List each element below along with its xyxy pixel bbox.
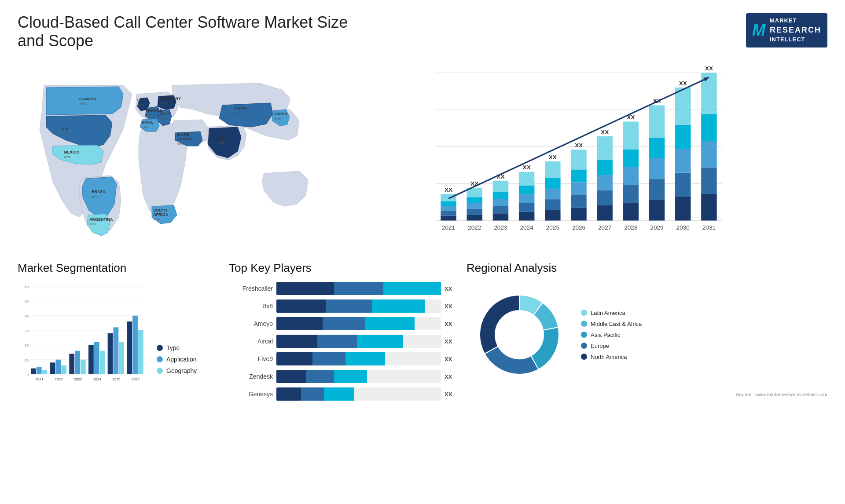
svg-text:xx%: xx% [160, 117, 166, 121]
svg-rect-121 [61, 365, 66, 374]
player-bar-seg3 [324, 387, 353, 401]
player-row: AmeyoXX [229, 317, 458, 330]
svg-text:30: 30 [25, 329, 29, 333]
regional-legend-item: Asia Pacific [581, 332, 642, 338]
legend-dot [157, 356, 163, 362]
svg-rect-23 [441, 211, 456, 216]
svg-rect-96 [701, 73, 717, 114]
segmentation-chart-svg: 0102030405060202120222023202420252026 [18, 282, 150, 387]
svg-rect-46 [519, 186, 535, 194]
player-bar-track [276, 352, 441, 365]
svg-text:2027: 2027 [598, 224, 611, 231]
brazil-label: BRAZIL [92, 190, 106, 194]
svg-text:50: 50 [25, 299, 29, 303]
player-xx-label: XX [445, 303, 458, 310]
svg-rect-22 [441, 216, 456, 221]
svg-rect-131 [108, 333, 113, 374]
svg-rect-85 [675, 197, 691, 220]
regional-title: Regional Analysis [467, 261, 827, 275]
svg-text:20: 20 [25, 343, 29, 347]
svg-text:10: 10 [25, 358, 29, 362]
logo-area: M MARKET RESEARCH INTELLECT [746, 13, 827, 47]
svg-rect-72 [623, 185, 639, 203]
segmentation-area: Market Segmentation 01020304050602021202… [18, 261, 220, 401]
svg-rect-80 [649, 158, 665, 179]
svg-rect-78 [649, 200, 665, 220]
segmentation-legend: TypeApplicationGeography [157, 344, 197, 387]
svg-text:2023: 2023 [494, 224, 507, 231]
player-bar-seg2 [317, 335, 357, 348]
svg-rect-125 [81, 360, 86, 374]
svg-rect-32 [467, 197, 483, 203]
player-bar-seg1 [276, 370, 306, 383]
svg-text:2030: 2030 [676, 224, 690, 231]
svg-text:40: 40 [25, 314, 29, 318]
svg-rect-26 [441, 194, 456, 201]
key-players-title: Top Key Players [229, 261, 458, 275]
player-bar-seg2 [312, 352, 345, 365]
argentina-label: ARGENTINA [89, 217, 113, 222]
player-xx-label: XX [445, 321, 458, 327]
world-map-svg: CANADA xx% U.S. xx% MEXICO xx% BRAZIL xx… [18, 59, 317, 244]
legend-item-application: Application [157, 356, 197, 363]
svg-rect-120 [55, 360, 61, 374]
segmentation-chart-wrap: 0102030405060202120222023202420252026 Ty… [18, 282, 220, 387]
svg-rect-65 [597, 190, 613, 205]
china-label: CHINA [235, 106, 247, 110]
regional-wrap: Latin AmericaMiddle East & AfricaAsia Pa… [467, 282, 827, 387]
player-row: ZendeskXX [229, 370, 458, 383]
svg-rect-132 [113, 327, 118, 374]
svg-rect-54 [545, 161, 561, 178]
svg-text:2025: 2025 [546, 224, 560, 231]
player-bar-seg3 [372, 299, 425, 313]
svg-rect-52 [545, 189, 561, 199]
svg-rect-58 [571, 195, 587, 208]
logo-m-icon: M [752, 19, 765, 41]
italy-label: ITALY [160, 112, 171, 116]
regional-legend-item: Europe [581, 343, 642, 349]
svg-rect-82 [649, 105, 665, 137]
logo-text: MARKET RESEARCH INTELLECT [770, 17, 821, 44]
svg-rect-25 [441, 201, 456, 206]
player-name: Ameyo [229, 320, 273, 327]
svg-rect-89 [675, 88, 691, 125]
svg-rect-37 [493, 206, 509, 213]
player-bar-seg3 [334, 370, 367, 383]
player-bar-fill [276, 282, 441, 295]
svg-text:xx%: xx% [161, 101, 167, 105]
player-bar-track [276, 282, 441, 295]
player-bar-seg3 [357, 335, 403, 348]
svg-rect-39 [493, 192, 509, 199]
svg-rect-51 [545, 199, 561, 210]
regional-legend-label: Latin America [591, 310, 625, 316]
svg-rect-87 [675, 149, 691, 172]
svg-rect-24 [441, 206, 456, 211]
regional-legend-dot [581, 343, 587, 349]
svg-text:2026: 2026 [132, 377, 140, 381]
svg-rect-31 [467, 203, 483, 209]
svg-rect-115 [31, 369, 36, 374]
legend-item-geography: Geography [157, 367, 197, 374]
player-bar-track [276, 387, 441, 401]
svg-rect-95 [701, 114, 717, 141]
regional-legend-dot [581, 310, 587, 316]
players-list: FreshcallerXX8x8XXAmeyoXXAircalXXFive9XX… [229, 282, 458, 401]
player-xx-label: XX [445, 338, 458, 345]
player-bar-track [276, 370, 441, 383]
svg-point-139 [496, 311, 543, 358]
svg-rect-38 [493, 199, 509, 206]
page-title: Cloud-Based Call Center Software Market … [18, 13, 370, 50]
japan-label: JAPAN [274, 112, 287, 116]
legend-item-type: Type [157, 344, 197, 351]
svg-rect-61 [571, 150, 587, 169]
svg-text:2021: 2021 [442, 224, 455, 231]
legend-dot [157, 345, 163, 351]
svg-text:xx%: xx% [274, 117, 281, 121]
bar-chart-container: XX2021XX2022XX2023XX2024XX2025XX2026XX20… [330, 59, 827, 244]
svg-rect-129 [100, 351, 105, 374]
player-bar-seg2 [301, 387, 324, 401]
svg-text:60: 60 [25, 285, 29, 289]
player-bar-fill [276, 370, 367, 383]
logo: M MARKET RESEARCH INTELLECT [746, 13, 827, 47]
svg-text:2028: 2028 [624, 224, 637, 231]
